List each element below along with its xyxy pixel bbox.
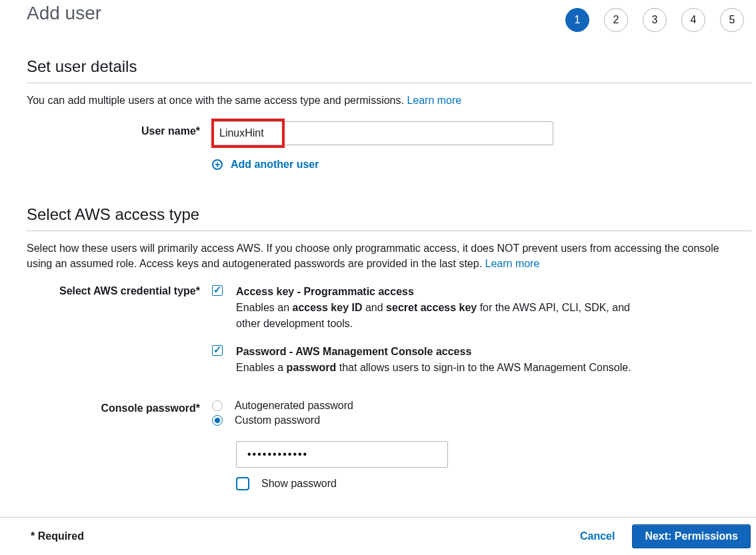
password-access-desc: Enables a password that allows users to …	[236, 360, 636, 376]
custom-password-label: Custom password	[235, 414, 320, 426]
learn-more-access-type[interactable]: Learn more	[485, 258, 540, 269]
step-3[interactable]: 3	[643, 8, 667, 32]
wizard-footer: * Required Cancel Next: Permissions	[0, 517, 756, 555]
autogenerated-password-label: Autogenerated password	[235, 400, 353, 412]
password-input[interactable]	[236, 441, 448, 468]
access-key-desc: Enables an access key ID and secret acce…	[236, 300, 636, 332]
wizard-steps: 1 2 3 4 5	[565, 3, 744, 32]
learn-more-user-details[interactable]: Learn more	[407, 95, 461, 106]
step-2[interactable]: 2	[604, 8, 628, 32]
step-5[interactable]: 5	[720, 8, 744, 32]
show-password-label: Show password	[261, 478, 337, 490]
show-password-checkbox[interactable]	[236, 477, 249, 490]
autogenerated-password-radio[interactable]	[212, 400, 223, 411]
custom-password-radio[interactable]	[212, 415, 223, 426]
set-user-details-desc: You can add multiple users at once with …	[27, 93, 747, 108]
step-4[interactable]: 4	[681, 8, 705, 32]
username-label: User name*	[141, 125, 200, 137]
access-type-heading: Select AWS access type	[27, 205, 752, 224]
next-permissions-button[interactable]: Next: Permissions	[632, 524, 751, 548]
access-key-checkbox[interactable]	[212, 285, 223, 296]
username-input[interactable]	[212, 121, 553, 145]
set-user-details-heading: Set user details	[27, 57, 752, 76]
password-access-title: Password - AWS Management Console access	[236, 344, 636, 360]
cancel-button[interactable]: Cancel	[580, 530, 615, 542]
plus-icon: +	[212, 159, 223, 170]
step-1[interactable]: 1	[565, 8, 589, 32]
add-another-user-label: Add another user	[231, 159, 319, 171]
page-title: Add user	[27, 3, 101, 24]
access-type-desc: Select how these users will primarily ac…	[27, 241, 747, 271]
password-access-checkbox[interactable]	[212, 345, 223, 356]
console-password-label: Console password*	[101, 402, 200, 414]
required-note: * Required	[31, 530, 84, 542]
access-key-title: Access key - Programmatic access	[236, 284, 636, 300]
add-another-user-button[interactable]: + Add another user	[212, 159, 752, 171]
credential-type-label: Select AWS credential type*	[59, 285, 200, 296]
